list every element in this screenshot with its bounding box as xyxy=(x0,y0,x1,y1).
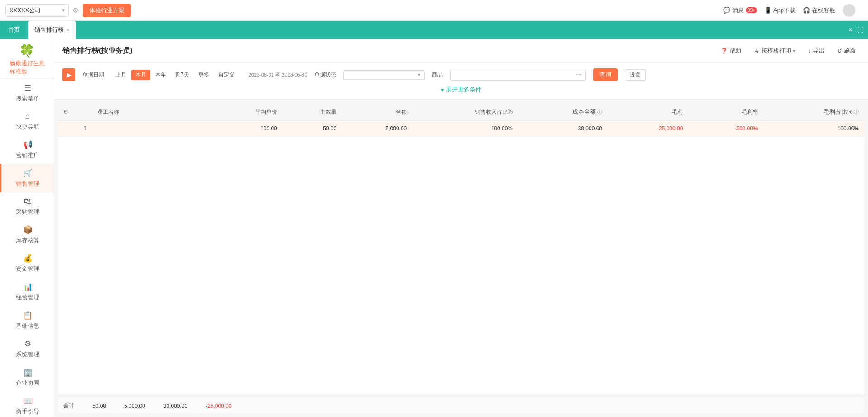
refresh-icon: ↺ xyxy=(837,48,842,54)
this-month-btn[interactable]: 本月 xyxy=(131,70,150,80)
tab-nav-expand-btn[interactable]: ⛶ xyxy=(857,26,863,34)
sidebar-item-basic-info[interactable]: 📋 基础信息 xyxy=(0,306,54,335)
filter-row-1: ▶ 单据日期 上月 本月 本年 近7天 更多 自定义 2023-06-01 至 … xyxy=(62,68,860,81)
tab-home-label: 首页 xyxy=(8,26,20,34)
row-profit-pct: 100.00% xyxy=(763,121,864,137)
custom-btn[interactable]: 自定义 xyxy=(214,70,239,80)
sidebar-item-guide[interactable]: 📖 新手引导 xyxy=(0,392,54,417)
sidebar-item-guide-label: 新手引导 xyxy=(16,407,39,416)
logo-icon: 🍀 xyxy=(19,43,35,58)
total-cost: 30,000.00 xyxy=(163,403,187,409)
row-avg-price: 100.00 xyxy=(211,121,283,137)
help-btn[interactable]: ❓ 帮助 xyxy=(716,44,745,57)
sidebar-item-basic-info-label: 基础信息 xyxy=(16,322,39,330)
sidebar-item-sales-label: 销售管理 xyxy=(16,180,39,188)
refresh-btn[interactable]: ↺ 刷新 xyxy=(833,44,860,57)
sidebar-item-finance[interactable]: 💰 资金管理 xyxy=(0,249,54,278)
chevron-right-icon: ▶ xyxy=(67,71,72,78)
this-year-btn[interactable]: 本年 xyxy=(151,70,170,80)
home-icon: ⌂ xyxy=(25,112,30,121)
col-settings-header[interactable]: ⚙ xyxy=(58,103,74,121)
date-label: 单据日期 xyxy=(82,71,104,79)
company-chevron-icon: ▾ xyxy=(62,7,65,13)
message-badge: 99+ xyxy=(746,7,757,13)
top-header: XXXXX公司 ▾ ⚙ 体验行业方案 💬 消息 99+ 📱 App下载 🎧 在线… xyxy=(0,0,868,21)
table-row[interactable]: 1 100.00 50.00 5,000.00 100.00% 30,000.0… xyxy=(58,121,864,137)
query-btn[interactable]: 查询 xyxy=(593,68,618,81)
message-icon: 💬 xyxy=(723,7,730,14)
profit-pct-info-icon: ⓘ xyxy=(854,109,859,115)
total-label: 合计 xyxy=(63,402,74,410)
sidebar-item-quick-nav[interactable]: ⌂ 快捷导航 xyxy=(0,107,54,135)
export-btn[interactable]: ↓ 导出 xyxy=(804,44,829,57)
app-download[interactable]: 📱 App下载 xyxy=(764,6,796,14)
settings-icon[interactable]: ⚙ xyxy=(72,6,78,14)
tab-home[interactable]: 首页 xyxy=(0,21,28,39)
col-cost-header: 成本全额 ⓘ xyxy=(518,103,608,121)
sidebar-logo: 🍀 畅康通好生意 标准版 xyxy=(0,39,54,79)
sidebar-item-marketing-label: 营销推广 xyxy=(16,151,39,159)
sidebar: 🍀 畅康通好生意 标准版 ☰ 搜索菜单 ⌂ 快捷导航 📢 营销推广 🛒 销售管理… xyxy=(0,39,54,417)
row-name xyxy=(92,121,211,137)
row-settings xyxy=(58,121,74,137)
sidebar-item-search[interactable]: ☰ 搜索菜单 xyxy=(0,79,54,107)
sidebar-item-quick-nav-label: 快捷导航 xyxy=(16,123,39,131)
tab-nav: 首页 销售排行榜 × × ⛶ xyxy=(0,21,868,39)
export-icon: ↓ xyxy=(808,48,811,54)
app-dl-label: App下载 xyxy=(773,6,796,14)
settings-area: 设置 xyxy=(625,69,646,81)
row-profit-rate: -500.00% xyxy=(688,121,763,137)
message-label: 消息 xyxy=(732,6,744,14)
last-month-btn[interactable]: 上月 xyxy=(111,70,130,80)
chart-icon: 📊 xyxy=(23,282,33,292)
box-icon: 📦 xyxy=(23,225,33,235)
money-icon: 💰 xyxy=(23,254,33,263)
tab-nav-close-btn[interactable]: × xyxy=(849,26,853,34)
sidebar-item-finance-label: 资金管理 xyxy=(16,265,39,273)
status-select[interactable]: ▾ xyxy=(343,70,425,80)
print-icon: 🖨 xyxy=(754,48,760,54)
col-qty-header: 主数量 xyxy=(283,103,342,121)
more-btn[interactable]: 更多 xyxy=(194,70,213,80)
avatar[interactable] xyxy=(843,4,855,17)
data-table: ⚙ 员工名称 平均单价 主数量 全额 销售收入占比% 成本全额 ⓘ 毛利 毛利率 xyxy=(58,103,864,137)
sidebar-item-search-label: 搜索菜单 xyxy=(16,95,39,103)
row-rank: 1 xyxy=(74,121,92,137)
sidebar-item-inventory[interactable]: 📦 库存核算 xyxy=(0,220,54,249)
sidebar-item-operations[interactable]: 📊 经营管理 xyxy=(0,278,54,306)
tab-nav-right: × ⛶ xyxy=(849,26,868,34)
help-icon: ❓ xyxy=(720,48,728,54)
header-right: 💬 消息 99+ 📱 App下载 🎧 在线客服 xyxy=(723,4,863,17)
sidebar-item-marketing[interactable]: 📢 营销推广 xyxy=(0,135,54,164)
tab-close-icon[interactable]: × xyxy=(67,27,69,33)
message-area[interactable]: 💬 消息 99+ xyxy=(723,6,757,14)
filter-expand-btn[interactable]: ▶ xyxy=(62,68,75,81)
sidebar-item-purchase[interactable]: 🛍 采购管理 xyxy=(0,192,54,220)
sidebar-item-enterprise[interactable]: 🏢 企业协同 xyxy=(0,363,54,392)
expand-more-btn[interactable]: ▾ 展开更多条件 xyxy=(62,84,860,96)
col-profit-pct-header: 毛利占比% ⓘ xyxy=(763,103,864,121)
sidebar-item-operations-label: 经营管理 xyxy=(16,293,39,302)
tab-sales-ranking[interactable]: 销售排行榜 × xyxy=(28,21,76,39)
settings-btn[interactable]: 设置 xyxy=(625,69,646,81)
sidebar-item-inventory-label: 库存核算 xyxy=(16,236,39,244)
company-selector[interactable]: XXXXX公司 ▾ xyxy=(5,4,69,17)
print-btn[interactable]: 🖨 按模板打印 ▾ xyxy=(750,44,800,57)
page-actions: ❓ 帮助 🖨 按模板打印 ▾ ↓ 导出 ↺ 刷新 xyxy=(716,44,860,57)
expand-more-icon: ▾ xyxy=(441,86,444,93)
online-service[interactable]: 🎧 在线客服 xyxy=(803,6,835,14)
table-header-row: ⚙ 员工名称 平均单价 主数量 全额 销售收入占比% 成本全额 ⓘ 毛利 毛利率 xyxy=(58,103,864,121)
total-amount: 5,000.00 xyxy=(124,403,145,409)
date-btns: 上月 本月 本年 近7天 更多 自定义 xyxy=(111,70,239,80)
trial-btn[interactable]: 体验行业方案 xyxy=(83,4,131,17)
sidebar-item-sales[interactable]: 🛒 销售管理 xyxy=(0,164,54,192)
clipboard-icon: 📋 xyxy=(23,311,33,320)
status-label: 单据状态 xyxy=(314,71,336,79)
last7-btn[interactable]: 近7天 xyxy=(171,70,193,80)
sidebar-item-system[interactable]: ⚙ 系统管理 xyxy=(0,335,54,363)
goods-input[interactable]: ··· xyxy=(450,69,586,81)
total-qty: 50.00 xyxy=(92,403,106,409)
company-name: XXXXX公司 xyxy=(10,6,41,14)
book-icon: 📖 xyxy=(23,396,33,406)
bag-icon: 🛍 xyxy=(24,197,32,206)
